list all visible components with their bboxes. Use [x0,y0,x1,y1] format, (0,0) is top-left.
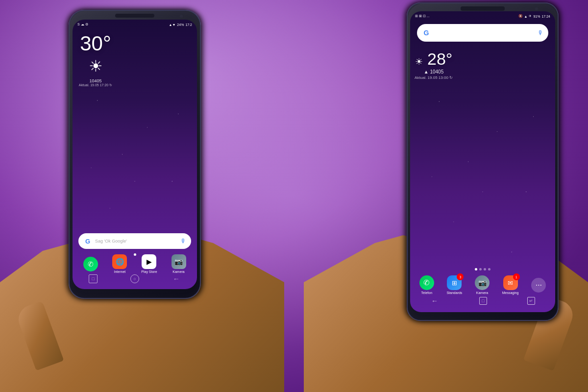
right-status-icons: ⊞ ⊠ ⊡ ... [415,14,430,18]
more-apps-icon[interactable]: ⋯ [531,278,546,293]
right-camera [535,7,538,10]
left-status-icons: S ☁ ⚙ [77,23,88,26]
right-google-logo: G [422,28,431,37]
playstore-label: Play Store [141,270,157,273]
right-status-bar: ⊞ ⊠ ⊡ ... 🔇 ▲ ✈ 91% 17:24 [410,11,555,21]
phone-left: S ☁ ⚙ ▲▼ 24% 17:2 30° ☀ 10405 Aktual. 19… [69,10,201,299]
right-app-telefon[interactable]: ✆ Telefon [419,275,434,294]
right-kamera-label: Kamera [476,291,489,294]
right-app-kamera[interactable]: 📷 Kamera [475,275,490,294]
right-app-dock[interactable]: ✆ Telefon ⊞ 3 Standards [413,275,552,294]
left-vol-down [69,82,69,99]
right-mute: 🔇 [518,14,523,18]
standards-label: Standards [446,291,462,294]
right-bixby [407,104,407,119]
left-signal-icon: ▲▼ [169,23,176,26]
messaging-icon[interactable]: ✉ 1 [503,275,518,290]
left-nav-back[interactable]: ← [172,274,181,283]
right-page-dots [410,268,555,270]
left-temperature: 30° [73,33,135,54]
internet-label: Internet [114,270,126,273]
left-camera [180,15,183,18]
right-vol-down [407,81,407,100]
right-nav-bar: ← □ ↵ [410,295,555,306]
right-weather: ☀ 28° ▲ 10405 Aktual. 19.05 13:00 ↻ [410,50,483,80]
left-status-right: ▲▼ 24% 17:2 [169,23,193,26]
right-date: Aktual. 19.05 13:00 ↻ [410,75,483,80]
right-location: ▲ 10405 [410,69,483,74]
right-search-bar[interactable]: G 🎙 [417,24,548,42]
right-kamera-icon[interactable]: 📷 [475,275,490,290]
left-search-bar[interactable]: G Sag 'Ok Google' 🎙 [78,233,191,249]
right-app-standards[interactable]: ⊞ 3 Standards [446,275,462,294]
left-google-logo: G [83,237,92,245]
playstore-app-icon[interactable]: ▶ [142,254,156,269]
green-app-icon[interactable]: ✆ [83,257,98,271]
left-battery: 24% [177,23,184,26]
left-location: 10405 [73,78,135,83]
left-app-dock[interactable]: ✆ 🌐 Internet ▶ P [76,254,193,273]
left-date: Aktual. 19.05 17:20 ↻ [73,83,135,87]
internet-app-icon[interactable]: 🌐 [112,254,127,269]
right-status-left: ⊞ ⊠ ⊡ ... [415,14,430,18]
right-dot-1 [475,268,477,270]
left-search-text: Sag 'Ok Google' [95,239,177,244]
left-nav-recents[interactable]: □ [89,274,98,283]
right-nav-recent2[interactable]: ↵ [527,297,535,305]
left-status-left: S ☁ ⚙ [77,23,88,26]
right-dot-3 [484,268,486,270]
left-speaker [115,14,154,18]
right-dot-2 [479,268,482,270]
right-nav-recents[interactable]: □ [479,297,487,305]
left-app-kamera[interactable]: 📷 Kamera [172,254,186,273]
phone-right: ⊞ ⊠ ⊡ ... 🔇 ▲ ✈ 91% 17:24 G [407,2,559,321]
standards-badge: 3 [457,273,464,280]
right-app-more[interactable]: ⋯ [531,278,546,293]
phone-left-body: S ☁ ⚙ ▲▼ 24% 17:2 30° ☀ 10405 Aktual. 19… [69,10,201,299]
left-mic-icon: 🎙 [180,238,186,245]
telefon-icon[interactable]: ✆ [419,275,434,290]
right-airplane: ✈ [529,14,532,18]
right-dot-4 [488,268,490,270]
phone-right-body: ⊞ ⊠ ⊡ ... 🔇 ▲ ✈ 91% 17:24 G [407,2,559,321]
standards-icon[interactable]: ⊞ 3 [447,275,462,290]
left-power-button [200,70,201,94]
right-power-button [558,67,559,94]
right-battery: 91% [533,15,540,18]
messaging-label: Messaging [502,291,519,294]
right-nav-back[interactable]: ← [430,296,439,305]
right-time: 17:24 [541,15,550,18]
telefon-label: Telefon [421,291,433,294]
left-weather: 30° ☀ 10405 Aktual. 19.05 17:20 ↻ [73,33,135,87]
left-status-bar: S ☁ ⚙ ▲▼ 24% 17:2 [73,20,197,29]
right-status-right: 🔇 ▲ ✈ 91% 17:24 [518,14,550,18]
left-screen: S ☁ ⚙ ▲▼ 24% 17:2 30° ☀ 10405 Aktual. 19… [73,20,197,289]
right-app-messaging[interactable]: ✉ 1 Messaging [502,275,519,294]
right-temperature: ☀ 28° [410,50,483,67]
right-screen: ⊞ ⊠ ⊡ ... 🔇 ▲ ✈ 91% 17:24 G [410,11,555,312]
right-mic-icon: 🎙 [538,29,543,36]
right-speaker [461,6,505,11]
kamera-label: Kamera [172,270,185,273]
left-weather-icon: ☀ [73,57,135,75]
left-app-playstore[interactable]: ▶ Play Store [141,254,157,273]
messaging-badge: 1 [513,273,520,280]
right-vol-up [407,57,407,77]
scene: S ☁ ⚙ ▲▼ 24% 17:2 30° ☀ 10405 Aktual. 19… [0,0,588,392]
left-app-internet[interactable]: 🌐 Internet [112,254,127,273]
left-vol-up [69,60,69,77]
left-app-green[interactable]: ✆ [83,257,98,271]
left-nav-home[interactable]: ○ [130,274,139,283]
right-signal: ▲ [524,15,528,18]
left-nav-bar: □ ○ ← [73,273,197,284]
kamera-app-icon[interactable]: 📷 [172,254,186,269]
left-time: 17:2 [185,23,192,26]
